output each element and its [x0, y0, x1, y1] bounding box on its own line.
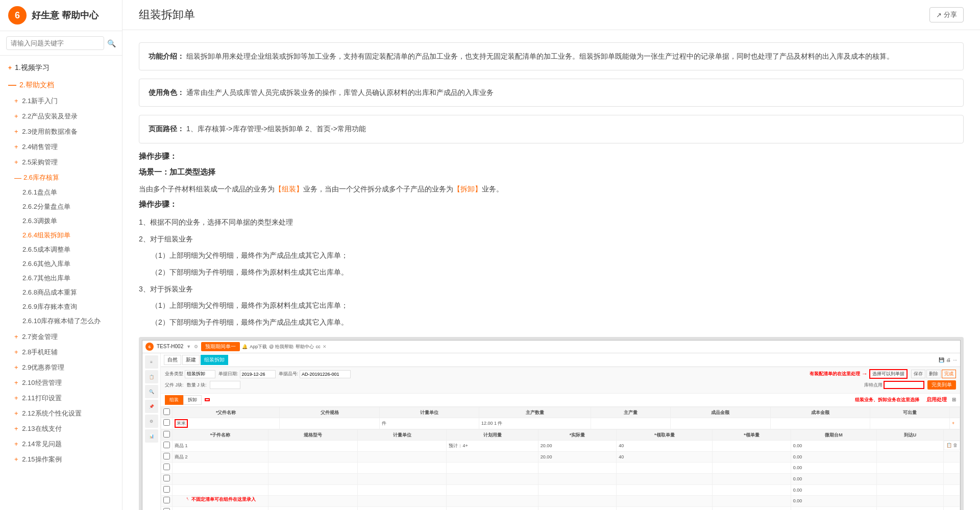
sidebar-item-inventory[interactable]: — 2.6库存核算 — [14, 170, 122, 185]
ltd-pick-1[interactable]: 40 — [617, 441, 713, 452]
sidebar-item-sales[interactable]: + 2.4销售管理 — [14, 139, 122, 155]
mock-type-assembly[interactable]: 组装 — [165, 395, 183, 405]
mock-location-input[interactable] — [884, 381, 924, 389]
td-cost-amt[interactable] — [770, 418, 870, 429]
share-button[interactable]: ↗ 分享 — [929, 7, 964, 22]
mock-save-btn[interactable]: 保存 — [911, 370, 925, 378]
mock-app: 6 TEST-H002 ▼ ⚙ 预期期间单一 🔔 App下载 @ 给我帮助 帮助… — [142, 340, 961, 510]
ltd-name-2[interactable]: 商品 2 — [173, 451, 268, 463]
ltd-unit-1[interactable] — [357, 441, 447, 452]
mock-form-row2: 父件 J块: 数量 J 块: 库特点用 完美到单 — [165, 380, 956, 390]
mock-new-btn[interactable]: 预期期间单一 — [201, 342, 240, 351]
mock-type-input[interactable] — [185, 370, 215, 378]
path-text: 1、库存核算->库存管理->组装拆卸单 2、首页->常用功能 — [186, 125, 366, 133]
sidebar-item-install[interactable]: + 2.2产品安装及登录 — [14, 109, 122, 124]
mock-type-input-annotated[interactable] — [205, 398, 210, 401]
copy-icon[interactable]: 📋 — [946, 442, 952, 449]
sidebar-item-docs[interactable]: — 2.帮助文档 — [0, 77, 122, 93]
ltd-unit-2[interactable] — [357, 451, 447, 463]
ltd-deadline-1[interactable]: 0.00 — [791, 441, 877, 452]
mock-date-input[interactable] — [240, 370, 276, 378]
mock-type-disassembly[interactable]: 拆卸 — [183, 395, 202, 405]
ltd-actual-2[interactable]: 20.00 — [538, 451, 616, 463]
sidebar-item-mobile[interactable]: + 2.8手机旺辅 — [14, 345, 122, 360]
td-prod-amt[interactable] — [671, 418, 770, 429]
ltd-spec-2[interactable] — [268, 451, 358, 463]
sidebar-item-coupon[interactable]: + 2.9优惠券管理 — [14, 360, 122, 375]
ltd-arrive-1[interactable] — [877, 441, 943, 452]
sidebar-item-faq[interactable]: + 2.14常见问题 — [14, 436, 122, 452]
lth-spec: 规格型号 — [268, 429, 358, 441]
lower-table-row-5: 0.00 — [161, 484, 960, 496]
mock-select-btn-label: 选择可以到单据 — [872, 371, 904, 377]
ltd-deadline-2[interactable]: 0.00 — [791, 451, 877, 463]
lower-table-row-1: 商品 1 预计：4+ 20.00 40 0.00 — [161, 441, 960, 452]
td-parent-name[interactable]: 米米 — [173, 418, 280, 429]
ops-steps-sub-title: 操作步骤： — [139, 200, 964, 209]
mock-docno-input[interactable] — [300, 370, 351, 378]
sidebar-item-data-prep[interactable]: + 2.3使用前数据准备 — [14, 124, 122, 139]
ltd-spec-1[interactable] — [268, 441, 358, 452]
sidebar-item-capital[interactable]: + 2.7资金管理 — [14, 329, 122, 345]
lower-select-all[interactable] — [163, 431, 170, 438]
mock-count-input[interactable] — [210, 381, 240, 389]
collapse-icon: — — [14, 174, 21, 182]
sidebar-item-stock-count[interactable]: 2.6.1盘点单 — [22, 185, 122, 200]
td-qty[interactable]: 12.00 1 件 — [479, 418, 591, 429]
mock-apply-btn[interactable]: 完美到单 — [927, 380, 956, 390]
sidebar-item-assembly[interactable]: 2.6.4组装拆卸单 — [22, 228, 122, 242]
sidebar-item-other-out[interactable]: 2.6.7其他出库单 — [22, 271, 122, 285]
sidebar-item-cost-calc[interactable]: 2.6.8商品成本重算 — [22, 285, 122, 300]
mock-tab-new[interactable]: 新建 — [182, 355, 200, 365]
mock-select-btn[interactable]: 选择可以到单据 — [869, 369, 908, 379]
mock-tab-natural[interactable]: 自然 — [164, 355, 181, 365]
sidebar-item-print[interactable]: + 2.11打印设置 — [14, 391, 122, 406]
ltd-name-1[interactable]: 商品 1 — [173, 441, 268, 452]
sidebar-item-use-cases[interactable]: + 2.15操作案例 — [14, 452, 122, 467]
mock-tab-assembly[interactable]: 组装拆卸 — [201, 355, 228, 365]
mock-delete-btn[interactable]: 删除 — [926, 370, 941, 378]
lth-deadline: 微期台M — [791, 429, 877, 441]
sidebar-item-purchase[interactable]: + 2.5采购管理 — [14, 155, 122, 170]
sidebar-item-online-pay[interactable]: + 2.13在线支付 — [14, 421, 122, 436]
sidebar-item-video[interactable]: + 1.视频学习 — [0, 60, 122, 76]
row-checkbox[interactable] — [163, 419, 170, 426]
annotation-text-4: 启用处理 — [926, 396, 947, 403]
ltd-actions-1: 📋 🗑 — [944, 441, 960, 450]
mock-close-icon[interactable]: ✕ — [323, 344, 327, 350]
sidebar-item-ops[interactable]: + 2.10经营管理 — [14, 375, 122, 391]
td-avail-qty[interactable] — [870, 418, 949, 429]
ltd-arrive-2[interactable] — [877, 451, 943, 463]
search-input[interactable] — [6, 36, 104, 50]
td-prod-qty[interactable] — [591, 418, 671, 429]
ltd-pick-2[interactable]: 40 — [617, 451, 713, 463]
sidebar-item-transfer[interactable]: 2.6.3调拨单 — [22, 214, 122, 228]
ltd-plan-2[interactable] — [447, 451, 538, 463]
sidebar-item-other-in[interactable]: 2.6.6其他入库单 — [22, 257, 122, 271]
scenario1-title: 场景一：加工类型选择 — [139, 167, 964, 177]
path-label: 页面路径： — [149, 125, 184, 133]
ltd-order-2[interactable] — [713, 451, 791, 463]
delete-icon[interactable]: 🗑 — [953, 442, 958, 449]
lower-table-row-4: 0.00 — [161, 474, 960, 485]
td-parent-spec[interactable] — [280, 418, 379, 429]
highlight-assembly: 【组装】 — [275, 185, 303, 193]
expand-collapse-icon[interactable]: ⊞ — [952, 396, 956, 403]
lth-actions — [943, 429, 960, 441]
lth-pick-qty: *领取单量 — [617, 429, 713, 441]
td-action[interactable]: + — [950, 418, 960, 429]
sidebar-item-stock-query[interactable]: 2.6.9库存账本查询 — [22, 300, 122, 314]
ltd-order-1[interactable] — [713, 441, 791, 452]
sidebar-item-newbie[interactable]: + 2.1新手入门 — [14, 93, 122, 109]
search-icon[interactable]: 🔍 — [107, 39, 116, 47]
mock-content: 自然 新建 组装拆卸 💾 🖨 ··· — [161, 353, 960, 510]
mock-confirm-btn[interactable]: 完成 — [942, 370, 956, 378]
ltd-checkbox-1 — [161, 441, 173, 452]
sidebar-item-stock-split[interactable]: 2.6.2分量盘点单 — [22, 200, 122, 214]
sidebar-item-stock-err[interactable]: 2.6.10库存账本错了怎么办 — [22, 314, 122, 328]
sidebar-item-cost-adjust[interactable]: 2.6.5成本调整单 — [22, 242, 122, 257]
ltd-plan-1[interactable]: 预计：4+ — [447, 441, 538, 452]
ltd-actual-1[interactable]: 20.00 — [538, 441, 616, 452]
select-all-checkbox[interactable] — [163, 408, 170, 415]
sidebar-item-customize[interactable]: + 2.12系统个性化设置 — [14, 406, 122, 421]
